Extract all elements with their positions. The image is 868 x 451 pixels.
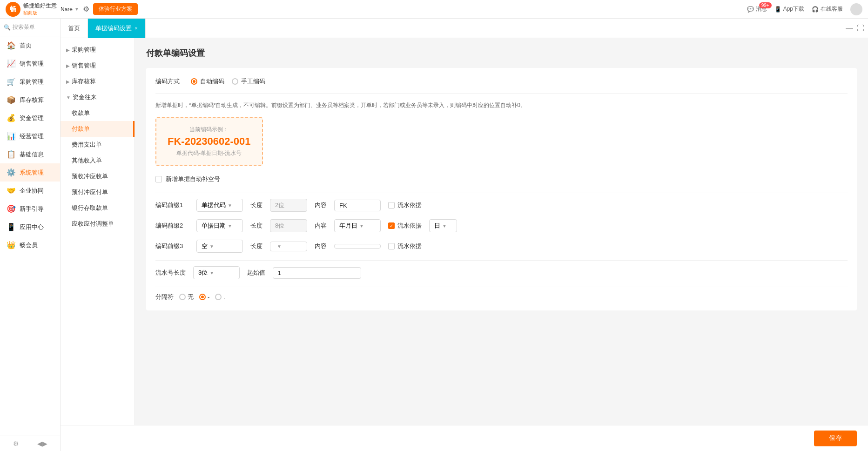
prefix-1-select[interactable]: 单据代码 ▼ bbox=[196, 199, 243, 212]
sub-nav-item-payment[interactable]: 付款单 bbox=[61, 121, 135, 137]
tab-fullscreen-icon[interactable]: ⛶ bbox=[857, 24, 864, 33]
system-icon: ⚙️ bbox=[7, 168, 16, 177]
sep-dot-radio[interactable] bbox=[215, 294, 222, 300]
brand: 畅 畅捷通好生意 招商版 bbox=[6, 2, 57, 17]
manual-encoding-radio-circle bbox=[232, 78, 238, 85]
start-value-input[interactable] bbox=[273, 267, 361, 279]
chevron-serial-icon: ▼ bbox=[209, 270, 214, 276]
sidebar-item-sales[interactable]: 📈 销售管理 bbox=[0, 54, 60, 73]
waterflow-period-select[interactable]: 日 ▼ bbox=[429, 219, 457, 232]
sep-dot-option[interactable]: . bbox=[215, 294, 225, 301]
sub-nav-header-inventory[interactable]: ▶ 库存核算 bbox=[61, 74, 135, 89]
sep-none-radio[interactable] bbox=[179, 294, 186, 300]
online-service-item[interactable]: 🎧 在线客服 bbox=[812, 5, 843, 13]
sidebar-item-system[interactable]: ⚙️ 系统管理 bbox=[0, 163, 60, 182]
sidebar-item-guide[interactable]: 🎯 新手引导 bbox=[0, 200, 60, 218]
sub-nav-header-sales[interactable]: ▶ 销售管理 bbox=[61, 58, 135, 74]
sidebar-item-operation[interactable]: 📊 经营管理 bbox=[0, 127, 60, 145]
prefix-2-select[interactable]: 单据日期 ▼ bbox=[196, 219, 243, 232]
encoding-method-radios: 自动编码 手工编码 bbox=[191, 77, 265, 86]
serial-length-select[interactable]: 3位 ▼ bbox=[193, 266, 240, 279]
message-item[interactable]: 💬 消息 99+ bbox=[747, 5, 767, 13]
content-label-1: 内容 bbox=[315, 201, 327, 209]
length-select-3[interactable]: ▼ bbox=[270, 242, 307, 251]
company-dropdown[interactable]: Nare ▼ bbox=[61, 6, 79, 13]
sub-nav-header-purchase[interactable]: ▶ 采购管理 bbox=[61, 42, 135, 58]
waterflow-check-2[interactable]: ✓ 流水依据 bbox=[388, 222, 422, 230]
app-download-item[interactable]: 📱 App下载 bbox=[774, 5, 804, 13]
sep-dash-option[interactable]: - bbox=[199, 294, 209, 301]
sub-nav-item-receipt[interactable]: 收款单 bbox=[61, 105, 135, 121]
content-field-3 bbox=[334, 244, 381, 249]
prefix-3-select[interactable]: 空 ▼ bbox=[196, 240, 243, 253]
sep-none-option[interactable]: 无 bbox=[179, 293, 194, 301]
brand-icon: 畅 bbox=[6, 2, 20, 17]
prefix-2-label: 编码前缀2 bbox=[155, 222, 189, 230]
length-label-2: 长度 bbox=[250, 222, 262, 230]
brand-text: 畅捷通好生意 招商版 bbox=[23, 2, 57, 16]
message-badge: 99+ bbox=[759, 2, 772, 8]
sub-nav-item-prepay-receivable[interactable]: 预收冲应收单 bbox=[61, 168, 135, 184]
tab-bar: 首页 单据编码设置 × — ⛶ bbox=[61, 19, 868, 38]
encoding-method-row: 编码方式 自动编码 手工编码 bbox=[155, 77, 848, 94]
sidebar-item-app[interactable]: 📱 应用中心 bbox=[0, 218, 60, 236]
chevron-icon-3b: ▼ bbox=[277, 244, 282, 249]
start-value-label: 起始值 bbox=[247, 269, 265, 277]
message-icon: 💬 bbox=[747, 6, 754, 13]
sep-dash-radio[interactable] bbox=[199, 294, 206, 300]
sidebar-search[interactable]: 🔍 搜索菜单 bbox=[0, 19, 60, 36]
trial-button[interactable]: 体验行业方案 bbox=[93, 3, 138, 15]
sidebar-item-member[interactable]: 👑 畅会员 bbox=[0, 236, 60, 254]
chevron-right-icon: ▶ bbox=[66, 47, 70, 53]
sub-nav-item-prepay-payable[interactable]: 预付冲应付单 bbox=[61, 184, 135, 200]
tab-bar-actions: — ⛶ bbox=[846, 24, 868, 33]
tab-encoding-settings[interactable]: 单据编码设置 × bbox=[88, 19, 146, 38]
base-icon: 📋 bbox=[7, 150, 16, 159]
waterflow-checked-2[interactable]: ✓ bbox=[388, 222, 395, 229]
sidebar-item-inventory[interactable]: 📦 库存核算 bbox=[0, 91, 60, 109]
content-field-1: FK bbox=[334, 200, 381, 211]
bottom-bar: 保存 bbox=[61, 425, 868, 451]
sidebar-item-purchase[interactable]: 🛒 采购管理 bbox=[0, 73, 60, 91]
sub-nav-item-other-income[interactable]: 其他收入单 bbox=[61, 153, 135, 168]
sub-nav-item-adjustment[interactable]: 应收应付调整单 bbox=[61, 216, 135, 232]
auto-fill-checkbox[interactable] bbox=[155, 176, 162, 182]
tab-minimize-icon[interactable]: — bbox=[846, 24, 853, 33]
main-layout: 🔍 搜索菜单 🏠 首页 📈 销售管理 🛒 采购管理 📦 库存核算 💰 bbox=[0, 19, 868, 451]
guide-icon: 🎯 bbox=[7, 204, 16, 213]
tab-close-btn[interactable]: × bbox=[135, 25, 138, 32]
sub-nav-item-bank[interactable]: 银行存取款单 bbox=[61, 200, 135, 216]
divider-2 bbox=[155, 260, 848, 261]
top-bar-controls: Nare ▼ ⚙ 体验行业方案 bbox=[61, 3, 138, 15]
user-avatar[interactable] bbox=[850, 3, 862, 15]
sidebar-item-enterprise[interactable]: 🤝 企业协同 bbox=[0, 182, 60, 200]
chevron-icon-3: ▼ bbox=[209, 244, 214, 249]
sidebar-settings-btn[interactable]: ⚙ bbox=[13, 440, 19, 447]
top-bar-left: 畅 畅捷通好生意 招商版 Nare ▼ ⚙ 体验行业方案 bbox=[6, 2, 138, 17]
sidebar-item-home[interactable]: 🏠 首页 bbox=[0, 36, 60, 54]
waterflow-checkbox-1[interactable] bbox=[388, 202, 395, 209]
waterflow-checkbox-3[interactable] bbox=[388, 243, 395, 249]
sidebar-collapse-btn[interactable]: ◀▶ bbox=[37, 440, 47, 447]
sub-nav-group-finance: ▼ 资金往来 收款单 付款单 费用支出单 其他收入单 预收冲应收单 预付冲应付单… bbox=[61, 89, 135, 232]
sub-nav-item-expense[interactable]: 费用支出单 bbox=[61, 137, 135, 153]
sidebar-item-finance[interactable]: 💰 资金管理 bbox=[0, 109, 60, 127]
length-label-3: 长度 bbox=[250, 242, 262, 250]
manual-encoding-radio[interactable]: 手工编码 bbox=[232, 77, 265, 86]
save-button[interactable]: 保存 bbox=[814, 431, 857, 446]
prefix-row-2: 编码前缀2 单据日期 ▼ 长度 8位 内容 年月日 ▼ bbox=[155, 219, 848, 232]
app-icon: 📱 bbox=[774, 6, 781, 13]
content-select-2[interactable]: 年月日 ▼ bbox=[334, 219, 381, 232]
auto-encoding-radio-circle bbox=[191, 78, 197, 85]
tab-home[interactable]: 首页 bbox=[61, 19, 88, 38]
waterflow-check-3[interactable]: 流水依据 bbox=[388, 242, 422, 250]
length-field-1: 2位 bbox=[270, 199, 307, 212]
settings-gear-icon[interactable]: ⚙ bbox=[83, 5, 89, 13]
auto-fill-row: 新增单据自动补空号 bbox=[155, 175, 848, 183]
auto-encoding-radio[interactable]: 自动编码 bbox=[191, 77, 224, 86]
sub-nav-header-finance[interactable]: ▼ 资金往来 bbox=[61, 89, 135, 105]
waterflow-check-1[interactable]: 流水依据 bbox=[388, 201, 422, 209]
separator-row: 分隔符 无 - . bbox=[155, 293, 848, 301]
sidebar-item-base[interactable]: 📋 基础信息 bbox=[0, 145, 60, 163]
page-content: 付款单编码设置 编码方式 自动编码 手工编码 bbox=[135, 38, 868, 425]
